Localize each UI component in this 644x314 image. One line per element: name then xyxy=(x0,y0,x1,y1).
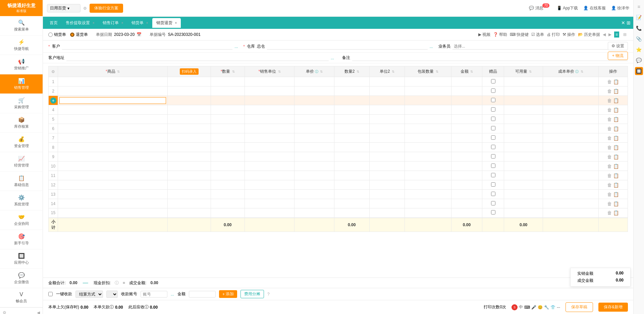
copy-row-icon[interactable]: 📋 xyxy=(613,135,619,141)
product-cell[interactable] xyxy=(58,171,168,180)
gift-checkbox[interactable] xyxy=(491,210,495,214)
close-icon[interactable]: × xyxy=(121,21,123,25)
data-cell[interactable] xyxy=(369,133,405,143)
sidebar-item-search[interactable]: 🔍 搜索菜单 xyxy=(0,16,43,36)
delete-row-icon[interactable]: 🗑 xyxy=(607,164,612,169)
data-cell[interactable] xyxy=(334,115,369,124)
product-cell[interactable] xyxy=(58,133,168,143)
data-cell[interactable] xyxy=(451,86,482,96)
rp-active-icon[interactable]: 🔲 xyxy=(635,67,643,75)
product-cell[interactable] xyxy=(58,124,168,133)
tab-sales-return[interactable]: 销货退货 × xyxy=(152,18,181,28)
gift-checkbox[interactable] xyxy=(491,154,495,159)
save-draft-btn[interactable]: 保存草稿 xyxy=(566,302,593,312)
data-cell[interactable] xyxy=(405,143,451,152)
data-cell[interactable] xyxy=(294,199,334,208)
data-cell[interactable] xyxy=(451,77,482,86)
mic-icon[interactable]: 🎤 xyxy=(531,305,536,310)
data-cell[interactable] xyxy=(405,124,451,133)
data-cell[interactable] xyxy=(245,152,294,162)
warehouse-dots[interactable]: ... xyxy=(430,44,433,49)
more-icon[interactable]: ··· xyxy=(557,305,560,310)
data-cell[interactable] xyxy=(405,162,451,171)
toolbar-select[interactable]: ☑ 选单 xyxy=(531,32,544,38)
data-cell[interactable] xyxy=(245,208,294,218)
delete-row-icon[interactable]: 🗑 xyxy=(607,154,612,160)
data-cell[interactable] xyxy=(334,199,369,208)
sidebar-item-collab[interactable]: 🤝 企业协同 xyxy=(0,210,43,230)
data-cell[interactable] xyxy=(245,162,294,171)
data-cell[interactable] xyxy=(294,162,334,171)
data-cell[interactable] xyxy=(211,208,245,218)
copy-row-icon[interactable]: 📋 xyxy=(613,117,619,122)
gift-checkbox[interactable] xyxy=(491,182,495,187)
data-cell[interactable] xyxy=(369,162,405,171)
data-cell[interactable] xyxy=(369,77,405,86)
data-cell[interactable] xyxy=(369,86,405,96)
data-cell[interactable] xyxy=(245,124,294,133)
toolbar-operate[interactable]: ⚒ 操作 xyxy=(562,32,575,38)
data-cell[interactable] xyxy=(369,152,405,162)
one-key-checkbox[interactable] xyxy=(48,292,53,296)
sidebar-item-finance[interactable]: 💰 资金管理 xyxy=(0,133,43,152)
settings-gear-icon[interactable]: ⚙ xyxy=(83,6,87,11)
data-cell[interactable] xyxy=(451,152,482,162)
data-cell[interactable] xyxy=(211,124,245,133)
help-discount-icon[interactable]: ⓘ xyxy=(115,280,119,286)
data-cell[interactable] xyxy=(451,96,482,105)
toolbar-video[interactable]: ▶ 视频 xyxy=(478,32,490,38)
gift-checkbox[interactable] xyxy=(491,126,495,130)
delete-row-icon[interactable]: 🗑 xyxy=(607,192,612,197)
data-cell[interactable] xyxy=(334,152,369,162)
data-cell[interactable] xyxy=(405,152,451,162)
copy-row-icon[interactable]: 📋 xyxy=(613,98,619,103)
toolbar-shortcut[interactable]: ⌨ 快捷键 xyxy=(510,32,529,38)
data-cell[interactable] xyxy=(451,199,482,208)
data-cell[interactable] xyxy=(294,115,334,124)
product-cell[interactable] xyxy=(58,208,168,218)
data-cell[interactable] xyxy=(334,77,369,86)
rp-clip-icon[interactable]: 📎 xyxy=(635,35,643,43)
data-cell[interactable] xyxy=(211,199,245,208)
next-icon[interactable]: ▶ xyxy=(608,32,611,37)
data-cell[interactable] xyxy=(451,171,482,180)
data-cell[interactable] xyxy=(451,208,482,218)
toolbar-history[interactable]: 📂 历史单据 xyxy=(578,32,600,38)
tab-price-setting[interactable]: 售价提取设置 × xyxy=(62,18,99,28)
tools-icon[interactable]: 🔧 xyxy=(544,305,549,310)
data-cell[interactable] xyxy=(294,208,334,218)
delete-row-icon[interactable]: 🗑 xyxy=(607,98,612,103)
data-cell[interactable] xyxy=(211,96,245,105)
customer-addr-input[interactable] xyxy=(66,55,329,61)
data-cell[interactable] xyxy=(294,124,334,133)
gift-cell[interactable] xyxy=(482,124,504,133)
view-grid-icon[interactable]: ⊞ xyxy=(622,32,628,38)
copy-row-icon[interactable]: 📋 xyxy=(613,145,619,150)
calc-method-select[interactable]: 结算方式 xyxy=(75,291,103,298)
data-cell[interactable] xyxy=(294,190,334,199)
data-cell[interactable] xyxy=(245,96,294,105)
data-cell[interactable] xyxy=(211,105,245,115)
gift-cell[interactable] xyxy=(482,199,504,208)
data-cell[interactable] xyxy=(211,115,245,124)
gift-checkbox[interactable] xyxy=(491,173,495,177)
delete-row-icon[interactable]: 🗑 xyxy=(607,117,612,122)
rp-chat-icon[interactable]: 💬 xyxy=(635,56,643,64)
radio-sale[interactable]: 销货单 xyxy=(48,32,66,38)
data-cell[interactable] xyxy=(245,199,294,208)
product-cell[interactable] xyxy=(58,86,168,96)
data-cell[interactable] xyxy=(405,115,451,124)
th-gear[interactable]: ⚙ xyxy=(49,66,58,77)
data-cell[interactable] xyxy=(405,199,451,208)
data-cell[interactable] xyxy=(334,171,369,180)
copy-row-icon[interactable]: 📋 xyxy=(613,164,619,169)
data-cell[interactable] xyxy=(369,199,405,208)
product-cell[interactable] xyxy=(58,152,168,162)
data-cell[interactable] xyxy=(211,162,245,171)
data-cell[interactable] xyxy=(211,133,245,143)
settings-icon[interactable]: ⚙ xyxy=(3,310,6,314)
sidebar-item-purchase[interactable]: 🛒 采购管理 xyxy=(0,94,43,113)
emoji-icon[interactable]: 😊 xyxy=(538,305,543,310)
gift-cell[interactable] xyxy=(482,162,504,171)
data-cell[interactable] xyxy=(245,143,294,152)
